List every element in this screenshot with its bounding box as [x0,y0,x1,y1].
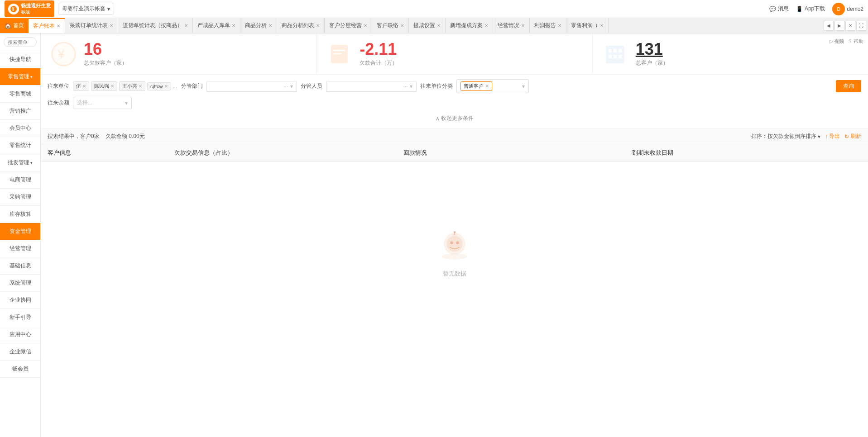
sidebar-item-basic-info[interactable]: 基础信息 [0,257,40,275]
tab-profit-label: 利润报告 [534,22,556,29]
chevron-down-icon4: ▾ [410,83,412,90]
messages-btn[interactable]: 💬 消息 [769,5,789,13]
tab-retail-profit[interactable]: 零售利润（ ✕ [566,18,609,33]
account-selector[interactable]: 母婴行业演示帐套 ▾ [58,3,114,15]
tab-profit-close[interactable]: ✕ [558,23,561,28]
tab-new-achievement[interactable]: 新增提成方案 ✕ [446,18,493,33]
tab-purchase-orders[interactable]: 采购订单统计表 ✕ [65,18,118,33]
tab-home[interactable]: 🏠 首页 [0,18,29,33]
filter-tag-wu-close[interactable]: ✕ [82,84,86,89]
video-btn[interactable]: ▷ 视频 [830,38,844,45]
tab-operations-close[interactable]: ✕ [521,23,525,28]
sidebar-item-retail-mall[interactable]: 零售商城 [0,86,40,103]
sidebar-item-vip[interactable]: 畅会员 [0,361,40,378]
dept-select[interactable]: ··· ▾ [206,81,297,92]
unit-type-select[interactable]: 普通客户 ✕ ▾ [456,79,529,93]
help-btn[interactable]: ？ 帮助 [848,38,863,45]
search-input[interactable] [4,37,37,47]
refresh-btn[interactable]: ↻ 刷新 [844,133,861,140]
sort-select[interactable]: 排序：按欠款金额倒序排序 ▾ [751,133,820,140]
app-download-btn[interactable]: 📱 App下载 [796,5,825,13]
sidebar-wechat-label: 企业微信 [10,348,31,355]
svg-rect-10 [619,49,622,52]
tab-accounts[interactable]: 客户账本 ✕ [29,18,65,33]
sidebar-item-inventory[interactable]: 库存核算 [0,206,40,223]
tab-retail-close[interactable]: ✕ [600,23,604,28]
export-btn[interactable]: ↑ 导出 [825,133,840,140]
sidebar-item-purchase[interactable]: 采购管理 [0,189,40,206]
sidebar-item-quick-nav[interactable]: 快捷导航 [0,51,40,68]
filter-tag-chen-close[interactable]: ✕ [110,84,114,89]
sidebar-item-retail-stats[interactable]: 零售统计 [0,137,40,154]
stat-clients-label: 总客户（家） [636,59,668,67]
tab-segments-close[interactable]: ✕ [364,23,367,28]
unit-type-label: 往来单位分类 [420,82,453,90]
tab-cost-close[interactable]: ✕ [232,23,235,28]
tab-contact-close[interactable]: ✕ [400,23,404,28]
tab-customer-segments[interactable]: 客户分层经营 ✕ [325,18,372,33]
balance-input[interactable]: 选择... ▾ [73,97,132,109]
tab-cost-inbound[interactable]: 产成品入库单 ✕ [193,18,240,33]
tab-purchase-close[interactable]: ✕ [110,23,113,28]
stat-total-clients: 131 总客户（家） ▷ 视频 ？ 帮助 [593,33,868,74]
filter-bar: 往来单位 伍 ✕ 陈民强 ✕ 王小亮 ✕ cjttcw [41,75,868,129]
sidebar-item-new-guide[interactable]: 新手引导 [0,309,40,326]
chevron-up-icon: ∧ [436,115,440,122]
collapse-label: 收起更多条件 [441,114,474,122]
chevron-down-icon6: ▾ [125,100,128,106]
filter-tag-wang-close[interactable]: ✕ [139,84,142,89]
sidebar-retail-mall-label: 零售商城 [10,90,31,97]
tab-prev-btn[interactable]: ◀ [824,21,834,31]
svg-rect-7 [606,46,624,63]
tab-promotions-close[interactable]: ✕ [437,23,441,28]
table-container: 客户信息 欠款交易信息（占比） 回款情况 到期未收款日期 [41,144,868,437]
unit-type-tag-close[interactable]: ✕ [485,83,489,89]
tab-product-analysis-list[interactable]: 商品分析列表 ✕ [277,18,325,33]
tab-achievement-close[interactable]: ✕ [484,23,488,28]
sidebar-item-marketing[interactable]: 营销推广 [0,103,40,120]
tab-product-list-close[interactable]: ✕ [316,23,320,28]
filter-more-btn[interactable]: ... [173,83,177,90]
sidebar-item-finance[interactable]: 资金管理 [0,223,40,240]
tab-profit-report[interactable]: 利润报告 ✕ [530,18,566,33]
tab-next-btn[interactable]: ▶ [834,21,844,31]
stat-actions: ▷ 视频 ？ 帮助 [830,38,863,45]
help-icon: ？ [848,38,853,45]
sidebar-item-enterprise[interactable]: 企业协同 [0,292,40,309]
sidebar-ecommerce-label: 电商管理 [10,176,31,183]
sidebar-item-system[interactable]: 系统管理 [0,275,40,292]
query-button[interactable]: 查询 [836,80,861,92]
sidebar-item-enterprise-wechat[interactable]: 企业微信 [0,343,40,361]
person-more-icon: ··· [403,83,408,90]
filter-tag-cjttcw-close[interactable]: ✕ [164,84,168,89]
sidebar-item-app-center[interactable]: 应用中心 [0,326,40,343]
tab-promotions[interactable]: 提成设置 ✕ [409,18,446,33]
stats-bar: ¥ 16 总欠款客户（家） -2.11 [41,33,868,75]
tab-close-all-btn[interactable]: ✕ [845,21,855,31]
tab-operations[interactable]: 经营情况 ✕ [493,18,530,33]
tab-product-close[interactable]: ✕ [269,23,272,28]
stat-customers-label: 总欠款客户（家） [84,59,127,67]
tab-stock-stats[interactable]: 进货单统计表（按商品） ✕ [118,18,193,33]
sidebar-item-operations[interactable]: 经营管理 [0,240,40,257]
export-label: 导出 [829,133,840,140]
sidebar-system-label: 系统管理 [10,280,31,286]
tab-stock-close[interactable]: ✕ [184,23,188,28]
sidebar-item-ecommerce[interactable]: 电商管理 [0,171,40,189]
user-profile[interactable]: D demo2 [832,3,863,15]
tab-purchase-label: 采购订单统计表 [70,22,108,29]
tab-customer-contact[interactable]: 客户联络 ✕ [372,18,409,33]
tab-home-label: 首页 [13,22,24,29]
tab-fullscreen-btn[interactable]: ⛶ [856,21,866,31]
refresh-icon: ↻ [844,133,849,140]
person-select[interactable]: ··· ▾ [326,81,417,92]
sidebar-item-retail-mgmt[interactable]: 零售管理 ▾ [0,68,40,86]
tab-product-analysis[interactable]: 商品分析 ✕ [240,18,277,33]
sidebar-item-wholesale[interactable]: 批发管理 ▾ [0,154,40,171]
collapse-btn[interactable]: ∧ 收起更多条件 [436,113,474,124]
svg-rect-13 [619,55,622,58]
tab-accounts-close[interactable]: ✕ [57,24,60,28]
sidebar-app-center-label: 应用中心 [10,331,31,337]
sidebar-item-member-center[interactable]: 会员中心 [0,120,40,137]
sidebar-member-label: 会员中心 [10,125,31,131]
